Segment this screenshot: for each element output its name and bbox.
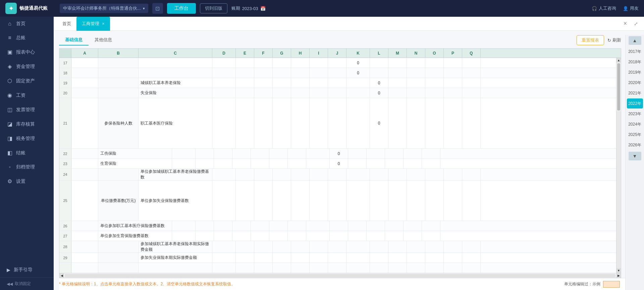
- cell-c[interactable]: 单位参加城镇职工基本养老保险缴费基数: [139, 169, 212, 180]
- calendar-icon[interactable]: 📅: [260, 6, 266, 11]
- sidebar-item-ledger[interactable]: ≡总账: [0, 31, 54, 45]
- cell-n[interactable]: [367, 159, 385, 168]
- cell-g[interactable]: [232, 159, 251, 168]
- cell-m[interactable]: [388, 88, 407, 98]
- cell-i[interactable]: [310, 78, 328, 88]
- cell-d[interactable]: [212, 98, 236, 148]
- sidebar-item-report[interactable]: ▣报表中心: [0, 45, 54, 59]
- cell-q[interactable]: [462, 241, 481, 252]
- cell-p[interactable]: [444, 263, 462, 273]
- cell-n[interactable]: [407, 98, 425, 148]
- cell-q[interactable]: [462, 88, 481, 98]
- cell-i[interactable]: [269, 221, 288, 231]
- cell-f[interactable]: [254, 68, 273, 78]
- cell-p[interactable]: [444, 68, 462, 78]
- cell-m[interactable]: [388, 253, 407, 263]
- cell-d[interactable]: [212, 68, 236, 78]
- cell-n[interactable]: [407, 78, 425, 88]
- cell-q[interactable]: [422, 149, 440, 158]
- doc-icon[interactable]: ⊡: [152, 3, 163, 14]
- refresh-button[interactable]: ↻ 刷新: [607, 37, 621, 43]
- cell-m[interactable]: [388, 169, 407, 180]
- cell-l[interactable]: [370, 68, 388, 78]
- cell-n[interactable]: [367, 221, 385, 231]
- cell-h[interactable]: [291, 88, 310, 98]
- cell-q[interactable]: [462, 169, 481, 180]
- cell-d[interactable]: [212, 180, 236, 221]
- cell-j[interactable]: [328, 98, 346, 148]
- cell-o[interactable]: [425, 78, 444, 88]
- cell-k[interactable]: [346, 88, 370, 98]
- cell-c[interactable]: 单位参加职工基本医疗保险缴费基数: [98, 221, 172, 231]
- cell-g[interactable]: [232, 149, 251, 158]
- cell-i[interactable]: [310, 241, 328, 252]
- cell-g[interactable]: [273, 253, 291, 263]
- cell-g[interactable]: [273, 98, 291, 148]
- cell-f[interactable]: [254, 88, 273, 98]
- cell-h[interactable]: [291, 263, 310, 273]
- sidebar-item-capital[interactable]: ◈资金管理: [0, 59, 54, 74]
- cell-m[interactable]: [388, 241, 407, 252]
- cell-a[interactable]: [71, 169, 98, 180]
- cell-m[interactable]: [348, 159, 367, 168]
- cell-k[interactable]: [306, 159, 330, 168]
- cell-a[interactable]: [71, 68, 98, 78]
- cell-l[interactable]: 0: [370, 88, 388, 98]
- cell-i[interactable]: [269, 159, 288, 168]
- pin-button[interactable]: ◀◀ 取消固定: [0, 277, 54, 290]
- cell-g[interactable]: [273, 78, 291, 88]
- cell-e[interactable]: [196, 221, 214, 231]
- cell-k[interactable]: [346, 180, 370, 221]
- cell-e[interactable]: [236, 58, 254, 68]
- cell-b[interactable]: 参保各险种人数: [98, 98, 139, 148]
- cell-i[interactable]: [310, 169, 328, 180]
- cell-c[interactable]: 失业保险: [139, 88, 212, 98]
- cell-f[interactable]: [254, 169, 273, 180]
- v-scroll-up-button[interactable]: ▲: [616, 58, 621, 63]
- sidebar-item-fixed[interactable]: ⬡固定资产: [0, 74, 54, 88]
- cell-g[interactable]: [273, 263, 291, 273]
- cell-d[interactable]: [212, 169, 236, 180]
- cell-j[interactable]: [328, 263, 346, 273]
- cell-b[interactable]: [98, 78, 139, 88]
- cell-e[interactable]: [236, 169, 254, 180]
- cell-d[interactable]: [172, 221, 196, 231]
- cell-g[interactable]: [273, 88, 291, 98]
- cell-q[interactable]: [462, 68, 481, 78]
- cell-a[interactable]: [71, 78, 98, 88]
- cell-c[interactable]: 参加失业保险本期实际缴费金额: [139, 253, 212, 263]
- cell-b[interactable]: [98, 241, 139, 252]
- sub-tab-other[interactable]: 其他信息: [89, 35, 118, 46]
- sidebar-item-settings[interactable]: ⚙设置: [0, 174, 54, 189]
- cell-g[interactable]: [273, 169, 291, 180]
- cell-j[interactable]: [288, 149, 306, 158]
- cell-e[interactable]: [236, 263, 254, 273]
- cell-b[interactable]: [98, 58, 139, 68]
- cell-f[interactable]: [254, 58, 273, 68]
- cell-k[interactable]: [346, 169, 370, 180]
- reset-report-button[interactable]: 重置报表: [577, 35, 604, 45]
- cell-k[interactable]: [346, 241, 370, 252]
- cell-f[interactable]: [254, 98, 273, 148]
- sidebar-item-inventory[interactable]: ◪库存核算: [0, 117, 54, 131]
- cell-j[interactable]: [328, 58, 346, 68]
- cell-j[interactable]: [288, 231, 306, 241]
- spreadsheet-body[interactable]: 17018019城镇职工基本养老保险020失业保险021参保各险种人数职工基本医…: [59, 58, 616, 273]
- cell-k[interactable]: [346, 78, 370, 88]
- v-scroll-down-button[interactable]: ▼: [616, 268, 621, 273]
- cell-k[interactable]: [306, 221, 330, 231]
- cell-p[interactable]: [444, 58, 462, 68]
- cell-p[interactable]: [404, 221, 422, 231]
- cell-g[interactable]: [232, 221, 251, 231]
- cell-a[interactable]: [71, 221, 98, 231]
- cell-g[interactable]: [273, 58, 291, 68]
- cell-i[interactable]: [310, 253, 328, 263]
- cell-p[interactable]: [444, 88, 462, 98]
- cell-l[interactable]: 0: [330, 149, 348, 158]
- cell-j[interactable]: [328, 253, 346, 263]
- cell-h[interactable]: [291, 98, 310, 148]
- close-window-button[interactable]: ×: [621, 19, 630, 28]
- cell-q[interactable]: [462, 253, 481, 263]
- cell-n[interactable]: [407, 180, 425, 221]
- cell-k[interactable]: [346, 98, 370, 148]
